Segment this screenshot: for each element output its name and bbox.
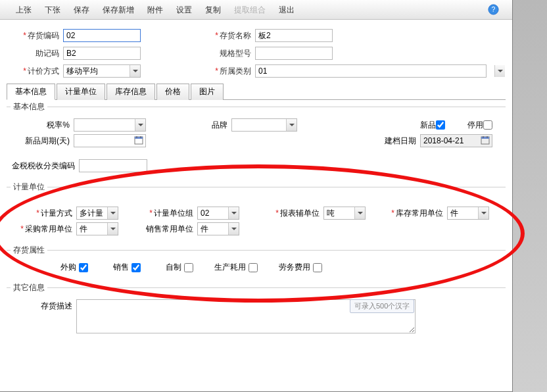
calendar-icon[interactable] (481, 135, 490, 145)
stock-unit-label: *库存常用单位 (366, 208, 447, 219)
toolbar-item-prev[interactable]: 上张 (9, 0, 38, 20)
newprod-checkbox[interactable] (436, 120, 445, 130)
unit-method-label: *计量方式 (8, 208, 76, 219)
create-date-label: 建档日期 (381, 135, 420, 147)
section-legend: 其它信息 (11, 282, 47, 293)
svg-rect-3 (135, 137, 143, 139)
newprod-period-label: 新品周期(天) (8, 135, 74, 147)
mnemonic-input[interactable] (63, 47, 141, 60)
chevron-down-icon[interactable] (228, 223, 239, 235)
inventory-code-label: *存货编码 (7, 30, 63, 41)
desc-hint-tooltip: 可录入500个汉字 (350, 299, 414, 313)
chevron-down-icon[interactable] (228, 207, 239, 219)
toolbar-item-settings[interactable]: 设置 (170, 0, 199, 20)
section-legend: 计量单位 (11, 182, 47, 193)
attr-consume-checkbox[interactable] (249, 263, 258, 272)
tax-class-code-label: 金税税收分类编码 (8, 160, 79, 172)
toolbar: 上张 下张 保存 保存新增 附件 设置 复制 提取组合 退出 ? (0, 0, 512, 20)
section-legend: 存货属性 (11, 245, 47, 256)
spec-label: 规格型号 (199, 48, 255, 59)
section-attributes: 存货属性 外购 销售 自制 生产耗用 劳务费用 (7, 250, 506, 281)
chevron-down-icon[interactable] (130, 65, 140, 77)
category-select[interactable] (255, 64, 487, 78)
section-legend: 基本信息 (11, 101, 47, 112)
chevron-down-icon[interactable] (107, 223, 118, 235)
attr-selfmade-label: 自制 (166, 262, 181, 273)
disabled-checkbox[interactable] (483, 120, 492, 130)
tax-rate-label: 税率% (8, 120, 74, 131)
tax-class-code-input[interactable] (79, 159, 147, 172)
chevron-down-icon[interactable] (478, 207, 488, 219)
tab-basic-info[interactable]: 基本信息 (7, 84, 55, 100)
desc-label: 存货描述 (8, 299, 76, 312)
disabled-label: 停用 (467, 120, 483, 131)
chevron-down-icon[interactable] (107, 207, 118, 219)
section-other: 其它信息 存货描述 可录入500个汉字 (7, 287, 506, 341)
toolbar-item-next[interactable]: 下张 (38, 0, 67, 20)
calendar-icon[interactable] (134, 135, 143, 145)
tab-price[interactable]: 价格 (156, 84, 189, 100)
sales-unit-label: 销售常用单位 (118, 224, 197, 235)
tab-inventory[interactable]: 库存信息 (107, 84, 155, 100)
toolbar-item-copy[interactable]: 复制 (199, 0, 227, 20)
newprod-label: 新品 (420, 120, 436, 131)
tab-unit[interactable]: 计量单位 (57, 84, 105, 100)
purchase-unit-label: *采购常用单位 (8, 224, 76, 235)
spec-input[interactable] (255, 47, 333, 60)
toolbar-item-exit[interactable]: 退出 (272, 0, 301, 20)
report-unit-label: *报表辅单位 (239, 208, 323, 219)
help-icon[interactable]: ? (488, 4, 499, 15)
attr-consume-label: 生产耗用 (214, 262, 246, 273)
pricing-method-label: *计价方式 (7, 66, 63, 77)
inventory-code-input[interactable] (63, 29, 141, 42)
tab-bar: 基本信息 计量单位 库存信息 价格 图片 (7, 83, 506, 100)
svg-rect-7 (481, 137, 489, 139)
attr-purchase-label: 外购 (60, 262, 76, 273)
attr-selfmade-checkbox[interactable] (184, 263, 193, 272)
section-unit: 计量单位 *计量方式 *计量单位组 *报表辅单位 *库存常用单位 *采购常用单位 (7, 187, 506, 243)
chevron-down-icon[interactable] (354, 207, 365, 219)
inventory-name-input[interactable] (255, 29, 333, 42)
toolbar-item-save[interactable]: 保存 (67, 0, 96, 20)
toolbar-item-save-new[interactable]: 保存新增 (96, 0, 141, 20)
attr-labor-checkbox[interactable] (313, 263, 322, 272)
chevron-down-icon[interactable] (286, 119, 297, 131)
category-label: *所属类别 (199, 66, 255, 77)
section-basic-info: 基本信息 税率% 品牌 新品 (7, 107, 506, 180)
attr-sales-checkbox[interactable] (131, 263, 141, 272)
toolbar-item-attachment[interactable]: 附件 (141, 0, 170, 20)
svg-text:?: ? (492, 6, 496, 13)
inventory-name-label: *存货名称 (199, 30, 255, 41)
brand-label: 品牌 (146, 120, 231, 131)
attr-labor-label: 劳务费用 (279, 262, 310, 273)
chevron-down-icon[interactable] (135, 119, 145, 131)
tab-image[interactable]: 图片 (191, 84, 224, 100)
chevron-down-icon[interactable] (494, 65, 505, 77)
unit-group-label: *计量单位组 (118, 208, 197, 219)
mnemonic-label: 助记码 (7, 48, 63, 59)
toolbar-item-extract-combo: 提取组合 (227, 0, 272, 20)
attr-sales-label: 销售 (113, 262, 129, 273)
attr-purchase-checkbox[interactable] (79, 263, 88, 272)
